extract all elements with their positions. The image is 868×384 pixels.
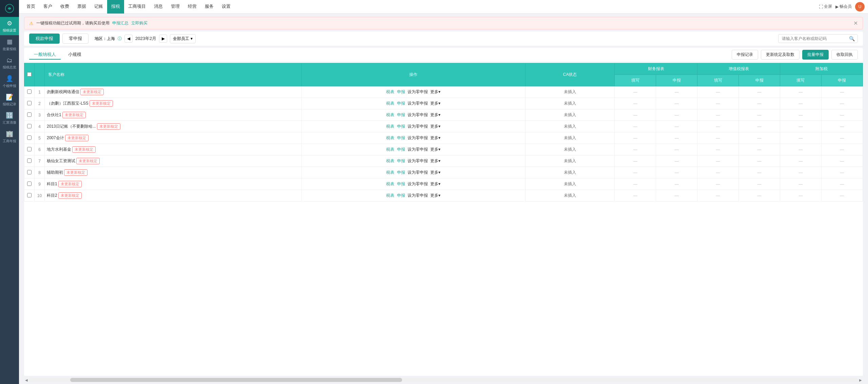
op-declare[interactable]: 申报 [397,147,405,152]
sidebar-item-baoshuijilu[interactable]: 📝 报税记录 [0,91,19,109]
update-button[interactable]: 更新统定及取数 [761,50,800,60]
op-declare[interactable]: 申报 [397,193,405,198]
notice-link-summary[interactable]: 申报汇总 [112,20,129,26]
sidebar-item-geshen[interactable]: 👤 个税申报 [0,72,19,90]
tab-yiban[interactable]: 一般纳税人 [29,50,61,60]
nav-fuwu[interactable]: 服务 [201,0,218,14]
notice-close-button[interactable]: ✕ [853,20,858,26]
dept-select[interactable]: 全部员工 ▾ [170,34,196,43]
op-more[interactable]: 更多▾ [430,147,440,152]
op-zero[interactable]: 设为零申报 [408,124,428,129]
op-taxform[interactable]: 税表 [386,147,394,152]
op-declare[interactable]: 申报 [397,124,405,129]
batch-declare-button[interactable]: 批量申报 [802,50,829,60]
op-more[interactable]: 更多▾ [430,89,440,94]
nav-shoufei[interactable]: 收费 [56,0,73,14]
op-declare[interactable]: 申报 [397,182,405,186]
op-declare[interactable]: 申报 [397,135,405,140]
op-declare[interactable]: 申报 [397,89,405,94]
op-taxform[interactable]: 税表 [386,193,394,198]
op-taxform[interactable]: 税表 [386,124,394,129]
fullscreen-icon: ⛶ [819,4,823,9]
row-checkbox[interactable] [24,155,35,167]
sidebar-item-baoshuizonglan[interactable]: 🗂 报税总览 [0,54,19,72]
nav-jizhang[interactable]: 记账 [90,0,107,14]
op-zero[interactable]: 设为零申报 [408,89,428,94]
nav-baoshui[interactable]: 报税 [107,0,124,14]
row-checkbox[interactable] [24,132,35,144]
op-more[interactable]: 更多▾ [430,112,440,117]
avatar[interactable]: U [855,2,865,12]
nav-xiaoxi[interactable]: 消息 [150,0,167,14]
op-declare[interactable]: 申报 [397,101,405,106]
op-taxform[interactable]: 税表 [386,89,394,94]
nav-gongshang[interactable]: 工商项目 [124,0,150,14]
row-checkbox[interactable] [24,144,35,155]
select-all-checkbox[interactable] [27,72,32,77]
nav-home[interactable]: 首页 [22,0,39,14]
nav-jingying[interactable]: 经营 [184,0,201,14]
op-zero[interactable]: 设为零申报 [408,101,428,106]
op-zero[interactable]: 设为零申报 [408,112,428,117]
region-info-icon[interactable]: ⓘ [118,36,122,42]
row-checkbox[interactable] [24,167,35,178]
sidebar-item-piliangshuibao[interactable]: ▦ 批量报税 [0,35,19,54]
op-taxform[interactable]: 税表 [386,170,394,175]
op-zero[interactable]: 设为零申报 [408,135,428,140]
op-zero[interactable]: 设为零申报 [408,182,428,186]
nav-shezhi[interactable]: 设置 [218,0,235,14]
records-button[interactable]: 申报记录 [732,50,758,60]
op-more[interactable]: 更多▾ [430,158,440,163]
op-zero[interactable]: 设为零申报 [408,158,428,163]
op-declare[interactable]: 申报 [397,112,405,117]
tab-shuibao[interactable]: 税款申报 [29,34,60,44]
row-checkbox[interactable] [24,190,35,201]
op-declare[interactable]: 申报 [397,158,405,163]
op-taxform[interactable]: 税表 [386,135,394,140]
sidebar-item-gongshang[interactable]: 🏢 工商年报 [0,127,19,146]
row-checkbox[interactable] [24,109,35,121]
scrollbar-track[interactable] [29,378,858,382]
row-tax-declare: — [739,98,780,109]
nav-piaoju[interactable]: 票据 [73,0,90,14]
scroll-right-button[interactable]: ▶ [858,378,863,382]
scrollbar-thumb[interactable] [70,378,402,382]
op-taxform[interactable]: 税表 [386,158,394,163]
row-ca: 未插入 [525,98,615,109]
sidebar-item-jisuanqingshui[interactable]: 🔢 汇算清缴 [0,109,19,127]
row-tax-fill: — [697,167,739,178]
row-checkbox[interactable] [24,178,35,190]
scroll-left-button[interactable]: ◀ [24,378,29,382]
sidebar-item-baoshuishezhi[interactable]: ⚙ 报税设置 [0,17,19,35]
op-more[interactable]: 更多▾ [430,101,440,106]
op-taxform[interactable]: 税表 [386,112,394,117]
op-more[interactable]: 更多▾ [430,170,440,175]
status-badge: 未更新核定 [58,192,82,199]
period-prev-button[interactable]: ◀ [124,35,133,43]
nav-client[interactable]: 客户 [39,0,56,14]
op-taxform[interactable]: 税表 [386,182,394,186]
op-zero[interactable]: 设为零申报 [408,147,428,152]
op-taxform[interactable]: 税表 [386,101,394,106]
row-checkbox[interactable] [24,98,35,109]
search-button[interactable]: 🔍 [846,35,857,43]
fullscreen-button[interactable]: ⛶ 全屏 [819,4,832,9]
nav-guanli[interactable]: 管理 [167,0,184,14]
row-add-fill: — [780,86,822,98]
notice-link-buy[interactable]: 立即购买 [131,20,147,26]
op-more[interactable]: 更多▾ [430,193,440,198]
row-checkbox[interactable] [24,121,35,132]
vip-button[interactable]: ▶ 畅会员 [835,4,852,9]
search-input[interactable] [778,35,846,42]
tab-xiaogui[interactable]: 小规模 [63,50,86,60]
retrieve-button[interactable]: 收取回执 [831,50,858,60]
period-next-button[interactable]: ▶ [159,35,167,43]
op-more[interactable]: 更多▾ [430,124,440,129]
row-checkbox[interactable] [24,86,35,98]
op-zero[interactable]: 设为零申报 [408,170,428,175]
op-declare[interactable]: 申报 [397,170,405,175]
op-zero[interactable]: 设为零申报 [408,193,428,198]
op-more[interactable]: 更多▾ [430,135,440,140]
tab-lingshen[interactable]: 零申报 [62,34,88,44]
op-more[interactable]: 更多▾ [430,182,440,186]
